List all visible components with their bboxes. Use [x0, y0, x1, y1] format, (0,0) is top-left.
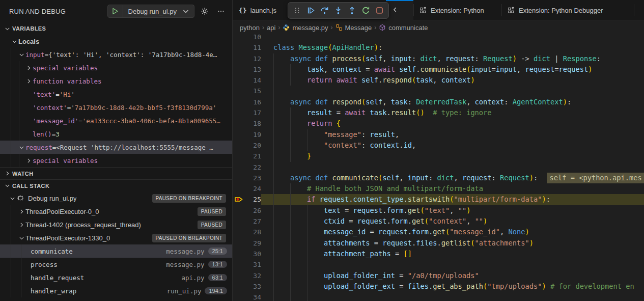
line-gutter[interactable]: 26	[233, 205, 261, 216]
chevron-right-icon[interactable]	[24, 64, 33, 72]
line-gutter[interactable]: 17	[233, 107, 261, 118]
chevron-right-icon[interactable]	[24, 156, 33, 165]
chevron-down-icon[interactable]	[182, 7, 194, 15]
debug-config-dropdown[interactable]: Debug run_ui.py	[107, 5, 194, 18]
code-line-text[interactable]: async def process(self, input: dict, req…	[261, 53, 644, 64]
chevron-left-icon[interactable]	[391, 6, 399, 15]
code-line[interactable]: 26 text = request.form.get("text", "")	[233, 205, 644, 216]
code-line[interactable]: 20 "context": context.id,	[233, 140, 644, 151]
code-line[interactable]: 29 attachments = request.files.getlist("…	[233, 238, 644, 249]
chevron-down-icon[interactable]	[3, 24, 11, 33]
chevron-down-icon[interactable]	[10, 37, 18, 45]
breadcrumb-item-communicate[interactable]: communicate	[379, 24, 428, 32]
code-line[interactable]: 13 task, context = await self.communicat…	[233, 64, 644, 75]
continue-button[interactable]	[304, 4, 318, 17]
code-line-text[interactable]: return {	[261, 118, 644, 129]
variable-row[interactable]: function variables	[0, 74, 232, 88]
line-gutter[interactable]: 20	[233, 140, 261, 151]
variable-row[interactable]: request = <Request 'http://localhost:555…	[0, 141, 232, 154]
variable-row[interactable]: special variables	[0, 61, 232, 74]
line-gutter[interactable]: 14	[233, 75, 261, 86]
code-line-text[interactable]: result = await task.result() # type: ign…	[261, 107, 644, 118]
code-line[interactable]: 11class Message(ApiHandler):	[233, 42, 644, 53]
active-tab-partial[interactable]	[386, 0, 413, 20]
line-gutter[interactable]: 31	[233, 259, 261, 270]
variables-section-header[interactable]: VARIABLES	[0, 22, 232, 35]
code-line[interactable]: 18 return {	[233, 118, 644, 129]
line-gutter[interactable]: 21	[233, 151, 261, 161]
thread-row[interactable]: ThreadPoolExecutor-0_0PAUSED	[0, 205, 232, 218]
code-line-text[interactable]: attachments = request.files.getlist("att…	[261, 238, 644, 249]
line-gutter[interactable]: 15	[233, 86, 261, 96]
line-gutter[interactable]: 33	[233, 281, 261, 292]
code-line[interactable]: 17 result = await task.result() # type: …	[233, 107, 644, 118]
code-line[interactable]: 15	[233, 86, 644, 96]
code-line-text[interactable]	[261, 259, 644, 270]
line-gutter[interactable]: 24	[233, 183, 261, 194]
variable-row[interactable]: 'text' = 'Hi'	[0, 88, 232, 101]
line-gutter[interactable]: 13	[233, 64, 261, 75]
code-line-text[interactable]: task, context = await self.communicate(i…	[261, 64, 644, 75]
ellipsis-icon[interactable]	[215, 5, 227, 17]
code-line[interactable]: 32 upload_folder_int = "/a0/tmp/uploads"	[233, 270, 644, 281]
code-line-text[interactable]: class Message(ApiHandler):	[261, 42, 644, 53]
breadcrumb-item-api[interactable]: api	[267, 24, 275, 32]
debug-session-row[interactable]: Debug run_ui.pyPAUSED ON BREAKPOINT	[0, 191, 232, 205]
stop-button[interactable]	[373, 4, 386, 17]
variable-row[interactable]: 'message_id' = 'ea133ccc-3ba0-406c-befa-…	[0, 114, 232, 127]
chevron-right-icon[interactable]	[3, 170, 11, 178]
breadcrumb-item-message[interactable]: Message	[335, 24, 372, 32]
watch-section-header[interactable]: WATCH	[0, 167, 232, 179]
breadcrumb-item-python[interactable]: python	[240, 24, 260, 32]
code-line-text[interactable]	[261, 35, 644, 42]
code-line-text[interactable]: }	[261, 151, 644, 161]
code-line[interactable]: 23 async def communicate(self, input: di…	[233, 173, 644, 183]
chevron-down-icon[interactable]	[17, 143, 25, 151]
variable-row[interactable]: 'context' = '7a17bb9c-18d8-4e2b-bbf5-f3f…	[0, 101, 232, 114]
line-gutter[interactable]: 32	[233, 270, 261, 281]
line-gutter[interactable]: 34	[233, 292, 261, 301]
code-line-text[interactable]: async def communicate(self, input: dict,…	[261, 173, 644, 183]
thread-row[interactable]: ThreadPoolExecutor-1330_0PAUSED ON BREAK…	[0, 231, 232, 244]
code-line[interactable]: 30 attachment_paths = []	[233, 249, 644, 259]
code-line-text[interactable]: # Handle both JSON and multipart/form-da…	[261, 183, 644, 194]
code-line[interactable]: 24 # Handle both JSON and multipart/form…	[233, 183, 644, 194]
code-line[interactable]: 25 if request.content_type.startswith("m…	[233, 194, 644, 205]
restart-button[interactable]	[359, 4, 373, 17]
code-line-text[interactable]: upload_folder_int = "/a0/tmp/uploads"	[261, 270, 644, 281]
line-gutter[interactable]: 12	[233, 53, 261, 64]
line-gutter[interactable]: 22	[233, 162, 261, 173]
tab-launch-json[interactable]: {} launch.js	[233, 0, 283, 20]
code-editor[interactable]: 1011class Message(ApiHandler):12 async d…	[233, 35, 644, 301]
code-line[interactable]: 22	[233, 162, 644, 173]
stack-frame-row[interactable]: communicatemessage.py25:1	[0, 244, 232, 258]
line-gutter[interactable]: 28	[233, 227, 261, 237]
line-gutter[interactable]: 25	[233, 194, 261, 205]
code-line-text[interactable]: ctxid = request.form.get("context", "")	[261, 216, 644, 227]
stack-frame-row[interactable]: handler_wraprun_ui.py194:1	[0, 284, 232, 297]
code-line[interactable]: 33 upload_folder_ext = files.get_abs_pat…	[233, 281, 644, 292]
code-line[interactable]: 21 }	[233, 151, 644, 161]
code-line[interactable]: 14 return await self.respond(task, conte…	[233, 75, 644, 86]
variable-row[interactable]: input = {'text': 'Hi', 'context': '7a17b…	[0, 48, 232, 61]
code-line[interactable]: 19 "message": result,	[233, 129, 644, 140]
tab-extension-python-debugger[interactable]: Extension: Python Debugger	[501, 0, 634, 20]
code-line-text[interactable]: if request.content_type.startswith("mult…	[261, 194, 644, 205]
chevron-down-icon[interactable]	[17, 50, 25, 59]
line-gutter[interactable]: 11	[233, 42, 261, 53]
code-line-text[interactable]	[261, 86, 644, 96]
gear-icon[interactable]	[199, 5, 211, 17]
code-line-text[interactable]: message_id = request.form.get("message_i…	[261, 227, 644, 237]
step-over-button[interactable]	[318, 4, 331, 17]
code-line-text[interactable]: upload_folder_ext = files.get_abs_path("…	[261, 281, 644, 292]
tab-extension-python[interactable]: Extension: Python	[413, 0, 501, 20]
chevron-down-icon[interactable]	[17, 234, 25, 242]
code-line[interactable]: 12 async def process(self, input: dict, …	[233, 53, 644, 64]
line-gutter[interactable]: 30	[233, 249, 261, 259]
code-line-text[interactable]: "context": context.id,	[261, 140, 644, 151]
code-line-text[interactable]: async def respond(self, task: DeferredTa…	[261, 97, 644, 107]
step-out-button[interactable]	[345, 4, 359, 17]
line-gutter[interactable]: 19	[233, 129, 261, 140]
code-line[interactable]: 27 ctxid = request.form.get("context", "…	[233, 216, 644, 227]
code-line[interactable]: 10	[233, 35, 644, 42]
